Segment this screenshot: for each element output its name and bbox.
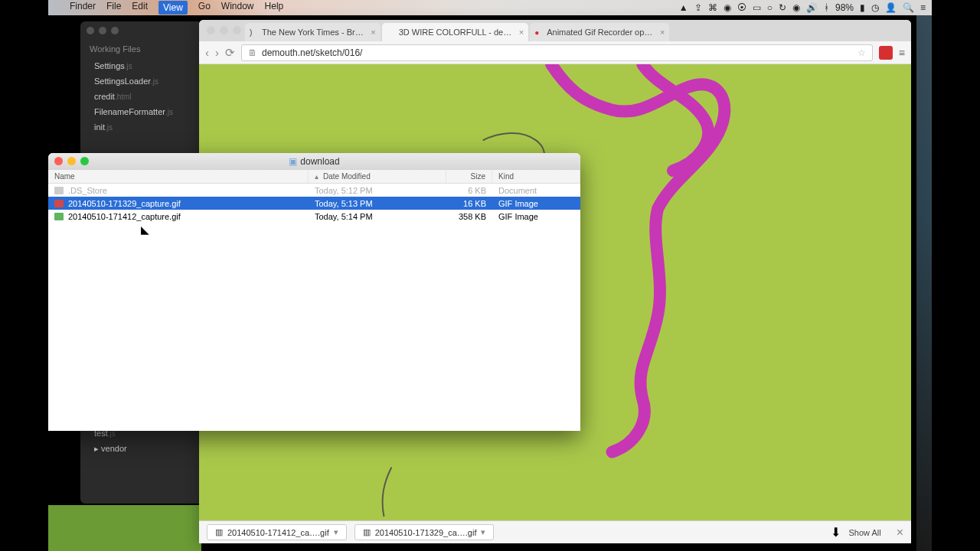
zoom-icon[interactable] xyxy=(233,26,241,34)
page-icon: 🗎 xyxy=(248,47,257,58)
chevron-down-icon[interactable]: ▾ xyxy=(334,527,338,537)
close-icon[interactable] xyxy=(207,26,215,34)
minimize-icon[interactable] xyxy=(67,157,76,165)
browser-tabbar: ) The New York Times - Br… × 3D WIRE COL… xyxy=(199,20,911,41)
editor-file[interactable]: init.js xyxy=(80,119,199,135)
chrome-menu-icon[interactable]: ≡ xyxy=(899,47,905,59)
browser-tab[interactable]: ) The New York Times - Br… × xyxy=(245,23,381,41)
finder-file-list: .DS_Store Today, 5:12 PM 6 KB Document 2… xyxy=(48,184,580,431)
menubar-edit[interactable]: Edit xyxy=(132,1,148,15)
file-icon xyxy=(54,213,64,220)
dropbox-icon[interactable]: ⇪ xyxy=(694,2,702,13)
menubar-view[interactable]: View xyxy=(158,1,188,15)
zoom-icon[interactable] xyxy=(80,157,89,165)
editor-file[interactable]: credit.html xyxy=(80,89,199,104)
file-icon: ▥ xyxy=(215,527,223,537)
file-icon xyxy=(54,200,64,207)
battery-icon[interactable]: ▮ xyxy=(860,2,865,13)
close-icon[interactable] xyxy=(87,27,94,34)
minimize-icon[interactable] xyxy=(220,26,228,34)
notification-icon[interactable]: ≡ xyxy=(920,2,926,13)
airplay-icon[interactable]: ▭ xyxy=(753,2,761,13)
table-row[interactable]: 20140510-171412_capture.gif Today, 5:14 … xyxy=(48,210,580,223)
table-row[interactable]: .DS_Store Today, 5:12 PM 6 KB Document xyxy=(48,184,580,197)
spotlight-icon[interactable]: 🔍 xyxy=(903,2,914,13)
column-size[interactable]: Size xyxy=(446,170,492,183)
bluetooth-icon[interactable]: ᚼ xyxy=(824,2,829,13)
download-label: 20140510-171412_ca….gif xyxy=(227,528,329,537)
tab-label: Animated Gif Recorder op… xyxy=(547,28,652,37)
zoom-icon[interactable] xyxy=(111,27,119,34)
favicon: ● xyxy=(534,28,539,37)
clock-icon[interactable]: ◷ xyxy=(871,2,879,13)
finder-titlebar[interactable]: ▣ download xyxy=(48,153,580,170)
finder-column-headers: Name ▴Date Modified Size Kind xyxy=(48,170,580,184)
reload-button[interactable]: ⟳ xyxy=(225,46,235,60)
close-icon[interactable] xyxy=(54,157,63,165)
browser-traffic-lights xyxy=(207,26,241,34)
editor-folder[interactable]: ▸ vendor xyxy=(80,441,199,457)
status-icon[interactable]: ▲ xyxy=(679,2,688,13)
favicon: ) xyxy=(250,28,252,37)
minimize-icon[interactable] xyxy=(99,27,106,34)
address-bar[interactable]: 🗎 demouth.net/sketch/016/ ☆ xyxy=(241,44,873,61)
menubar-file[interactable]: File xyxy=(106,1,121,15)
download-item[interactable]: ▥ 20140510-171329_ca….gif ▾ xyxy=(354,524,495,540)
file-icon: ▥ xyxy=(363,527,371,537)
download-icon: ⬇ xyxy=(831,525,841,540)
tab-label: 3D WIRE COLORFULL - de… xyxy=(399,28,512,37)
editor-file[interactable]: FilenameFormatter.js xyxy=(80,104,199,119)
close-tab-icon[interactable]: × xyxy=(519,28,524,37)
close-tab-icon[interactable]: × xyxy=(660,28,665,37)
status-icon[interactable]: ↻ xyxy=(779,2,786,13)
editor-titlebar[interactable] xyxy=(80,21,199,40)
table-row[interactable]: 20140510-171329_capture.gif Today, 5:13 … xyxy=(48,197,580,210)
download-item[interactable]: ▥ 20140510-171412_ca….gif ▾ xyxy=(207,524,347,540)
desktop-bg-right xyxy=(916,0,932,551)
browser-toolbar: ‹ › ⟳ 🗎 demouth.net/sketch/016/ ☆ ≡ xyxy=(199,41,911,64)
browser-tab[interactable]: ● Animated Gif Recorder op… × xyxy=(530,23,669,41)
status-icon[interactable]: ○ xyxy=(767,2,773,13)
mouse-cursor-icon: ◣ xyxy=(141,223,149,236)
desktop-bg xyxy=(48,505,201,551)
menubar-help[interactable]: Help xyxy=(265,1,284,15)
url-text: demouth.net/sketch/016/ xyxy=(262,47,362,58)
file-icon xyxy=(54,187,64,194)
browser-tab[interactable]: 3D WIRE COLORFULL - de… × xyxy=(382,23,529,41)
back-button[interactable]: ‹ xyxy=(205,46,209,59)
finder-window: ▣ download Name ▴Date Modified Size Kind… xyxy=(48,153,580,431)
column-date[interactable]: ▴Date Modified xyxy=(309,170,446,183)
battery-text[interactable]: 98% xyxy=(835,2,854,13)
folder-icon: ▣ xyxy=(289,156,297,167)
wifi-icon[interactable]: ◉ xyxy=(792,2,800,13)
menubar-window[interactable]: Window xyxy=(221,1,254,15)
star-icon[interactable]: ☆ xyxy=(858,47,866,58)
status-icon[interactable]: ⦿ xyxy=(737,2,746,13)
close-tab-icon[interactable]: × xyxy=(371,28,375,37)
finder-title: download xyxy=(300,156,339,167)
menubar-go[interactable]: Go xyxy=(198,1,211,15)
editor-file[interactable]: SettingsLoader.js xyxy=(80,73,199,89)
column-name[interactable]: Name xyxy=(48,170,309,183)
extension-icon[interactable] xyxy=(879,46,893,60)
show-all-downloads[interactable]: Show All xyxy=(848,528,880,537)
status-icon[interactable]: ⌘ xyxy=(708,2,717,13)
volume-icon[interactable]: 🔊 xyxy=(806,2,818,13)
user-icon[interactable]: 👤 xyxy=(885,2,897,13)
close-shelf-icon[interactable]: × xyxy=(897,526,903,540)
menubar-app[interactable]: Finder xyxy=(70,1,96,15)
editor-section-label: Working Files xyxy=(80,40,199,58)
chevron-down-icon[interactable]: ▾ xyxy=(481,527,485,537)
status-icon[interactable]: ◉ xyxy=(724,2,731,13)
mac-menubar: Finder File Edit View Go Window Help ▲ ⇪… xyxy=(48,0,932,15)
editor-file[interactable]: Settings.js xyxy=(80,58,199,73)
tab-label: The New York Times - Br… xyxy=(262,28,364,37)
download-label: 20140510-171329_ca….gif xyxy=(375,528,477,537)
forward-button[interactable]: › xyxy=(215,46,219,59)
column-kind[interactable]: Kind xyxy=(492,170,580,183)
download-shelf: ▥ 20140510-171412_ca….gif ▾ ▥ 20140510-1… xyxy=(199,520,911,543)
